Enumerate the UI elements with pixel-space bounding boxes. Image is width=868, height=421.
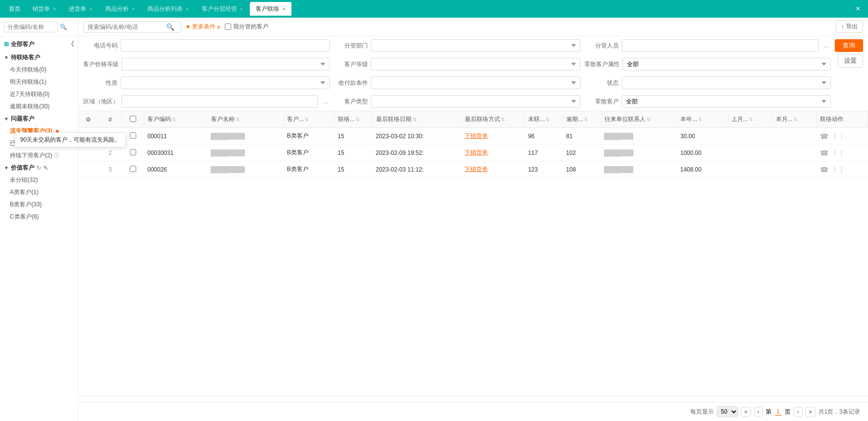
query-button[interactable]: 查询 <box>835 39 863 52</box>
col-contact[interactable]: 联络...⇅ <box>335 111 373 128</box>
ellipsis-region[interactable]: ... <box>321 98 330 105</box>
edit-icon-value[interactable]: ✎ <box>43 165 48 172</box>
tab-customer-tier[interactable]: 客户分层经营 × <box>196 2 249 16</box>
filter-item-price-level: 客户价格等级 <box>83 58 330 71</box>
action-more-icon[interactable]: ⋮⋮ <box>831 166 845 173</box>
sidebar-item-unclassified[interactable]: 未分组(32) <box>0 174 78 186</box>
tab-purchase[interactable]: 进货单 × <box>63 2 98 16</box>
sidebar-item-today[interactable]: 今天待联络(0) <box>0 64 78 76</box>
sidebar-item-class-a[interactable]: A类客户(1) <box>0 186 78 198</box>
filter-select-payment[interactable] <box>371 76 580 89</box>
filter-select-type[interactable] <box>371 95 580 108</box>
tab-home[interactable]: 首页 <box>4 2 25 16</box>
collapse-icon[interactable]: 《 <box>68 40 74 49</box>
sidebar-search-icon[interactable]: 🔍 <box>60 24 67 30</box>
search-input[interactable] <box>88 24 166 30</box>
row-last-method[interactable]: 下销货单 <box>461 145 525 161</box>
tab-product-analysis[interactable]: 商品分析 × <box>99 2 141 16</box>
link-method[interactable]: 下销货单 <box>464 166 488 173</box>
last-page-button[interactable]: » <box>805 407 816 417</box>
col-type[interactable]: 客户...⇅ <box>284 111 335 128</box>
row-checkbox-input[interactable] <box>130 166 136 172</box>
export-button[interactable]: ↑ 导出 <box>836 21 863 33</box>
filter-select-zero-attr[interactable]: 全部 <box>623 58 831 71</box>
link-method[interactable]: 下销货单 <box>464 149 488 156</box>
row-last-date: 2023-02-03 11:12: <box>373 161 461 178</box>
prev-page-button[interactable]: ‹ <box>754 407 763 417</box>
close-icon-product-list[interactable]: × <box>186 6 189 12</box>
my-customers-checkbox-label[interactable]: 我分管的客户 <box>225 23 268 31</box>
next-page-button[interactable]: › <box>794 407 802 417</box>
tab-customer-contact[interactable]: 客户联络 × <box>250 2 291 16</box>
section-problem-customers[interactable]: ▼ 问题客户 <box>0 113 78 125</box>
tab-product-list[interactable]: 商品分析列表 × <box>142 2 194 16</box>
more-filter-button[interactable]: ▼ 更多条件 ∧ <box>185 23 221 31</box>
action-phone-icon[interactable]: ☎ <box>820 132 828 140</box>
filter-select-status[interactable] <box>622 76 831 89</box>
filter-input-region[interactable] <box>121 95 318 108</box>
settings-button[interactable]: 设置 <box>838 54 863 68</box>
close-icon-product-analysis[interactable]: × <box>132 6 135 12</box>
refresh-icon-value[interactable]: ↻ <box>36 165 41 172</box>
sidebar-item-tomorrow[interactable]: 明天待联络(1) <box>0 76 78 88</box>
search-input-box: 🔍 <box>83 21 181 33</box>
filter-select-zero-customer[interactable]: 全部 <box>622 95 831 108</box>
sidebar-item-declining[interactable]: 持续下滑客户(2) ⓘ <box>0 149 78 162</box>
sidebar-item-7days[interactable]: 近7天待联络(0) <box>0 88 78 100</box>
filter-label-price-level: 客户价格等级 <box>83 60 119 69</box>
row-checkbox-input[interactable] <box>130 149 136 155</box>
sidebar-all-customers-header[interactable]: ⊞ 全部客户 《 <box>0 37 78 51</box>
close-icon-sales[interactable]: × <box>53 6 56 12</box>
row-last-method[interactable]: 下销货单 <box>461 128 525 145</box>
col-last-month[interactable]: 上月...⇅ <box>728 111 772 128</box>
section-pending-contact[interactable]: ▼ 待联络客户 <box>0 51 78 64</box>
filter-select-level[interactable] <box>371 58 580 71</box>
row-checkbox-input[interactable] <box>130 132 136 139</box>
page-size-select[interactable]: 50 <box>717 406 738 417</box>
sidebar-item-overdue[interactable]: 逾期未联络(30) <box>0 100 78 113</box>
close-icon-purchase[interactable]: × <box>89 6 92 12</box>
col-un-contact[interactable]: 未联...⇅ <box>525 111 563 128</box>
row-last-method[interactable]: 下销货单 <box>461 161 525 178</box>
filter-label-status: 状态 <box>584 79 619 87</box>
table-row: 1 000011 ████ B类客户 15 2023-03-02 10:30: … <box>78 128 868 145</box>
col-name[interactable]: 客户名称⇅ <box>208 111 284 128</box>
link-method[interactable]: 下销货单 <box>464 132 488 139</box>
col-unit-contact[interactable]: 往来单位联系人⇅ <box>601 111 677 128</box>
tab-sales[interactable]: 销货单 × <box>26 2 62 16</box>
close-icon-customer-contact[interactable]: × <box>282 6 285 12</box>
section-value-customers[interactable]: ▼ 价值客户 ↻ ✎ <box>0 162 78 174</box>
row-checkbox[interactable] <box>121 161 145 178</box>
col-checkbox[interactable] <box>121 111 145 128</box>
filter-input-phone[interactable] <box>121 39 330 52</box>
window-close-button[interactable]: × <box>852 4 864 13</box>
sidebar-item-class-c[interactable]: C类客户(6) <box>0 211 78 223</box>
filter-input-person[interactable] <box>622 39 819 52</box>
action-more-icon[interactable]: ⋮⋮ <box>831 132 845 140</box>
sidebar-item-class-b[interactable]: B类客户(33) <box>0 198 78 211</box>
sort-icon-type: ⇅ <box>305 117 309 122</box>
filter-select-dept[interactable] <box>371 39 580 52</box>
select-all-checkbox[interactable] <box>130 116 136 122</box>
col-last-method[interactable]: 最后联络方式⇅ <box>461 111 525 128</box>
col-this-year[interactable]: 本年...⇅ <box>677 111 728 128</box>
col-this-month[interactable]: 本月...⇅ <box>772 111 817 128</box>
close-icon-customer-tier[interactable]: × <box>240 6 243 12</box>
col-code[interactable]: 客户编码⇅ <box>145 111 208 128</box>
first-page-button[interactable]: « <box>741 407 751 417</box>
my-customers-checkbox[interactable] <box>225 24 231 30</box>
ellipsis-person[interactable]: ... <box>822 42 831 49</box>
horizontal-scrollbar[interactable] <box>78 396 868 402</box>
col-overdue[interactable]: 逾期...⇅ <box>563 111 602 128</box>
search-button[interactable]: 🔍 <box>166 23 174 31</box>
action-phone-icon[interactable]: ☎ <box>820 166 828 173</box>
action-more-icon[interactable]: ⋮⋮ <box>831 149 845 157</box>
sidebar-search-input[interactable] <box>4 22 58 32</box>
action-phone-icon[interactable]: ☎ <box>820 149 828 157</box>
filter-select-gender[interactable] <box>121 76 330 89</box>
filter-item-dept: 分管部门 <box>334 39 580 52</box>
filter-select-price[interactable] <box>121 58 330 71</box>
sort-icon-unit: ⇅ <box>647 117 651 122</box>
col-settings[interactable]: ⚙ <box>78 111 98 128</box>
col-last-date[interactable]: 最后联络日期⇅ <box>373 111 461 128</box>
